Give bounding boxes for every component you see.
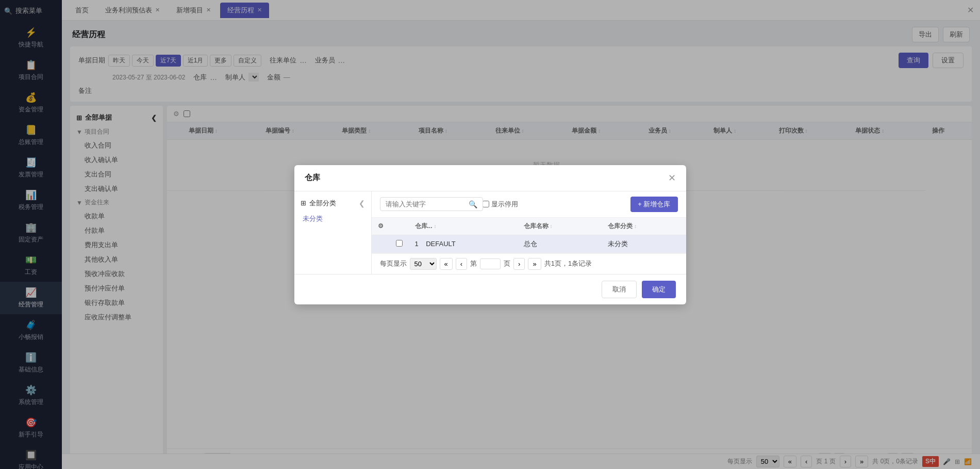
modal-page-input[interactable]: 1 <box>480 258 501 269</box>
modal-th-settings: ⚙ <box>372 218 390 235</box>
modal-table-container: ⚙ 仓库...↕ 仓库名称↕ 仓库分类↕ <box>372 218 686 253</box>
modal-last-page-btn[interactable]: » <box>528 258 541 270</box>
row-name: 总仓 <box>518 235 602 253</box>
modal-th-code: 仓库...↕ <box>409 218 518 235</box>
modal-page-size-select[interactable]: 50 100 <box>410 258 437 270</box>
modal-close-button[interactable]: ✕ <box>668 172 676 184</box>
warehouse-search-input[interactable] <box>380 197 483 211</box>
cancel-button[interactable]: 取消 <box>602 281 637 298</box>
modal-th-name: 仓库名称↕ <box>518 218 602 235</box>
modal-prev-page-btn[interactable]: ‹ <box>456 258 467 270</box>
modal-body: ⊞ 全部分类 ❮ 未分类 🔍 <box>294 191 686 274</box>
row-category: 未分类 <box>602 235 686 253</box>
row-checkbox-cell <box>390 235 409 253</box>
modal-sidebar-scroller <box>294 227 371 270</box>
modal-th-category: 仓库分类↕ <box>602 218 686 235</box>
show-disabled-label[interactable]: 显示停用 <box>483 200 518 209</box>
modal-toolbar: 🔍 显示停用 + 新增仓库 <box>372 191 686 218</box>
search-container: 🔍 <box>380 197 477 211</box>
modal-header: 仓库 ✕ <box>294 165 686 191</box>
modal-footer-actions: 取消 确定 <box>294 274 686 304</box>
modal-collapse-icon[interactable]: ❮ <box>359 199 365 207</box>
add-warehouse-button[interactable]: + 新增仓库 <box>630 197 677 212</box>
modal-title: 仓库 <box>305 173 320 183</box>
modal-footer-pagination: 每页显示 50 100 « ‹ 第 1 页 › » 共1页，1条记录 <box>372 253 686 274</box>
modal-sidebar-item-uncategorized[interactable]: 未分类 <box>294 211 371 227</box>
confirm-button[interactable]: 确定 <box>642 281 676 298</box>
modal-sidebar: ⊞ 全部分类 ❮ 未分类 <box>294 191 372 274</box>
row-checkbox[interactable] <box>396 240 403 247</box>
modal-main: 🔍 显示停用 + 新增仓库 ⚙ <box>372 191 686 274</box>
modal-th-checkbox <box>390 218 409 235</box>
grid-icon-modal: ⊞ <box>301 199 306 207</box>
modal-first-page-btn[interactable]: « <box>440 258 453 270</box>
modal-next-page-btn[interactable]: › <box>513 258 525 270</box>
warehouse-modal: 仓库 ✕ ⊞ 全部分类 ❮ 未分类 <box>294 165 686 304</box>
row-index: 1 DEFAULT <box>409 235 518 253</box>
modal-table-row[interactable]: 1 DEFAULT 总仓 未分类 <box>372 235 686 253</box>
row-settings <box>372 235 390 253</box>
search-button[interactable]: 🔍 <box>469 200 477 208</box>
modal-overlay: 仓库 ✕ ⊞ 全部分类 ❮ 未分类 <box>0 0 980 469</box>
modal-table: ⚙ 仓库...↕ 仓库名称↕ 仓库分类↕ <box>372 218 686 253</box>
modal-sidebar-all[interactable]: ⊞ 全部分类 ❮ <box>294 196 371 211</box>
show-disabled-checkbox[interactable] <box>483 201 489 207</box>
